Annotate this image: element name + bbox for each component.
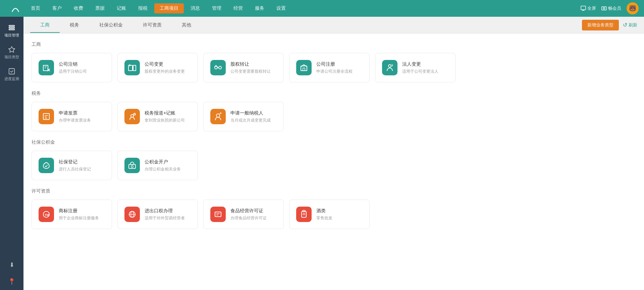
- card-description: 零售批发: [316, 215, 332, 221]
- main-layout: 项目管理 项目类型 进度监测 ⬇ 📍 工商税务社保公积金许可资质其他 新增业务类…: [0, 17, 644, 290]
- person-change-icon: [382, 60, 397, 75]
- service-card[interactable]: 社保登记进行人员社保登记: [32, 151, 112, 180]
- card-text: 申请发票办理申请发票业务: [59, 110, 91, 123]
- card-text: 酒类零售批发: [316, 208, 332, 221]
- nav-right: 全屏 畅会员 🐻: [581, 2, 639, 14]
- section-title: 社保公积金: [32, 139, 636, 145]
- service-card[interactable]: 公司注册申请公司注册全流程: [289, 53, 370, 82]
- tab-社保公积金[interactable]: 社保公积金: [89, 17, 133, 33]
- card-description: 适用于注销公司: [59, 69, 87, 74]
- nav-item-经营[interactable]: 经营: [228, 3, 248, 13]
- sidebar-item-label: 项目类型: [4, 55, 19, 60]
- card-text: 商标注册用于企业商标注册服务: [59, 208, 99, 221]
- tax-report-icon: [124, 109, 140, 124]
- general-tax-icon: [210, 109, 226, 124]
- refresh-button[interactable]: ↺ 刷新: [623, 22, 637, 28]
- nav-item-首页[interactable]: 首页: [25, 3, 46, 13]
- card-title: 酒类: [316, 208, 332, 214]
- service-card[interactable]: 公积金开户办理公积金相关业务: [117, 151, 198, 180]
- card-description: 当月或次月成变更完成: [230, 118, 271, 123]
- fullscreen-button[interactable]: 全屏: [581, 5, 596, 11]
- tab-工商[interactable]: 工商: [30, 17, 60, 33]
- card-description: 股权变更外的业务变更: [145, 69, 185, 74]
- sidebar-bottom: ⬇ 📍: [0, 257, 23, 290]
- sidebar-location-button[interactable]: 📍: [0, 273, 23, 290]
- vip-button[interactable]: 畅会员: [601, 5, 621, 11]
- card-title: 进出口权办理: [145, 208, 185, 214]
- svg-rect-9: [9, 69, 15, 74]
- card-title: 股权转让: [230, 61, 271, 67]
- card-text: 股权转让公司变更需要股权转让: [230, 61, 271, 74]
- nav-item-收费[interactable]: 收费: [68, 3, 89, 13]
- card-title: 商标注册: [59, 208, 99, 214]
- nav-item-设置[interactable]: 设置: [271, 3, 291, 13]
- service-card[interactable]: 食品经营许可证办理食品经营许可证: [203, 200, 284, 229]
- svg-rect-33: [129, 164, 136, 168]
- nav-item-记账[interactable]: 记账: [111, 3, 131, 13]
- nav-item-服务[interactable]: 服务: [250, 3, 270, 13]
- svg-rect-20: [301, 66, 307, 71]
- service-card[interactable]: 公司变更股权变更外的业务变更: [117, 53, 198, 82]
- card-title: 申请一般纳税人: [230, 110, 271, 116]
- sidebar-item-project-type[interactable]: 项目类型: [0, 42, 23, 64]
- service-card[interactable]: 法人变更适用于公司变更法人: [375, 53, 455, 82]
- service-card[interactable]: 进出口权办理适用于对外贸易经营者: [117, 200, 198, 229]
- nav-menu: 首页客户收费票据记账报税工商项目消息管理经营服务设置: [25, 3, 581, 13]
- scroll-content: 工商公司注销适用于注销公司公司变更股权变更外的业务变更股权转让公司变更需要股权转…: [23, 33, 644, 290]
- card-description: 办理申请发票业务: [59, 118, 91, 123]
- sidebar-item-project-management[interactable]: 项目管理: [0, 20, 23, 42]
- nav-item-客户[interactable]: 客户: [47, 3, 67, 13]
- service-card[interactable]: 股权转让公司变更需要股权转让: [203, 53, 284, 82]
- nav-item-票据[interactable]: 票据: [90, 3, 110, 13]
- svg-rect-43: [302, 211, 306, 217]
- add-business-type-button[interactable]: 新增业务类型: [582, 20, 619, 30]
- svg-rect-23: [43, 114, 49, 120]
- tab-bar: 工商税务社保公积金许可资质其他 新增业务类型 ↺ 刷新: [23, 17, 644, 33]
- social-security-icon: [39, 158, 54, 173]
- tab-许可资质[interactable]: 许可资质: [133, 17, 172, 33]
- svg-text:TM: TM: [45, 213, 49, 217]
- service-card[interactable]: 税务报道+记账拿到营业执照的新公司: [117, 102, 198, 131]
- nav-item-工商项目[interactable]: 工商项目: [154, 3, 184, 13]
- nav-item-管理[interactable]: 管理: [207, 3, 227, 13]
- svg-point-18: [219, 66, 221, 69]
- tab-其他[interactable]: 其他: [172, 17, 201, 33]
- card-text: 公司注册申请公司注册全流程: [316, 61, 353, 74]
- section-税务: 税务申请发票办理申请发票业务税务报道+记账拿到营业执照的新公司申请一般纳税人当月…: [32, 90, 636, 131]
- sidebar-item-progress-monitor[interactable]: 进度监测: [0, 64, 23, 85]
- card-description: 适用于公司变更法人: [402, 69, 438, 74]
- card-title: 公积金开户: [145, 159, 181, 165]
- cards-grid: TM商标注册用于企业商标注册服务进出口权办理适用于对外贸易经营者食品经营许可证办…: [32, 200, 636, 229]
- trademark-icon: TM: [39, 207, 54, 222]
- invoice-icon: [39, 109, 54, 124]
- section-工商: 工商公司注销适用于注销公司公司变更股权变更外的业务变更股权转让公司变更需要股权转…: [32, 42, 636, 82]
- building-cancel-icon: [39, 60, 54, 75]
- card-description: 办理公积金相关业务: [145, 166, 181, 172]
- card-title: 法人变更: [402, 61, 438, 67]
- card-text: 申请一般纳税人当月或次月成变更完成: [230, 110, 271, 123]
- svg-point-4: [603, 8, 605, 9]
- cards-grid: 公司注销适用于注销公司公司变更股权变更外的业务变更股权转让公司变更需要股权转让公…: [32, 53, 636, 82]
- service-card[interactable]: 公司注销适用于注销公司: [32, 53, 112, 82]
- service-card[interactable]: 申请一般纳税人当月或次月成变更完成: [203, 102, 284, 131]
- logo: [5, 3, 25, 14]
- card-title: 公司注册: [316, 61, 353, 67]
- service-card[interactable]: 申请发票办理申请发票业务: [32, 102, 112, 131]
- service-card[interactable]: 酒类零售批发: [289, 200, 370, 229]
- card-description: 申请公司注册全流程: [316, 69, 353, 74]
- tab-税务[interactable]: 税务: [60, 17, 89, 33]
- card-text: 公司注销适用于注销公司: [59, 61, 87, 74]
- fund-icon: [124, 158, 140, 173]
- card-text: 公司变更股权变更外的业务变更: [145, 61, 185, 74]
- nav-item-消息[interactable]: 消息: [185, 3, 205, 13]
- cards-grid: 社保登记进行人员社保登记公积金开户办理公积金相关业务: [32, 151, 636, 180]
- svg-rect-5: [9, 25, 15, 26]
- food-license-icon: [210, 207, 226, 222]
- sidebar-download-button[interactable]: ⬇: [0, 257, 23, 273]
- sidebar-item-label: 进度监测: [4, 76, 19, 81]
- svg-point-17: [215, 66, 217, 69]
- nav-item-报税[interactable]: 报税: [133, 3, 153, 13]
- user-avatar[interactable]: 🐻: [627, 2, 639, 14]
- section-社保公积金: 社保公积金社保登记进行人员社保登记公积金开户办理公积金相关业务: [32, 139, 636, 180]
- service-card[interactable]: TM商标注册用于企业商标注册服务: [32, 200, 112, 229]
